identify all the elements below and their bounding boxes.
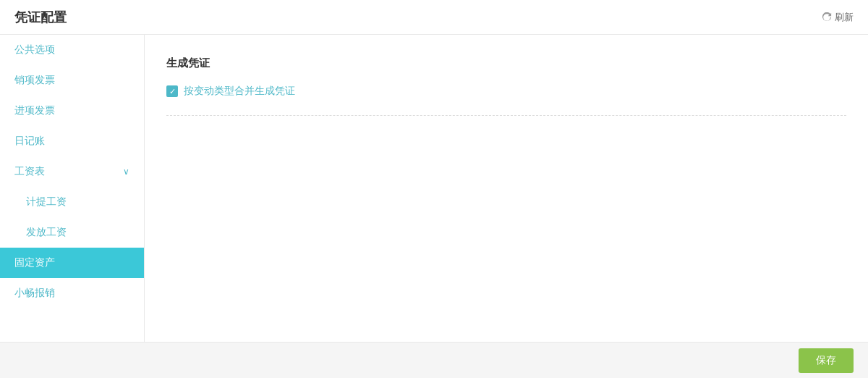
merge-checkbox[interactable] <box>166 85 178 97</box>
sidebar-item-public[interactable]: 公共选项 <box>0 35 144 65</box>
page-title: 凭证配置 <box>14 9 67 26</box>
chevron-down-icon: ∨ <box>123 167 129 177</box>
sidebar-item-expense[interactable]: 小畅报销 <box>0 278 144 308</box>
main-layout: 公共选项销项发票进项发票日记账工资表∨计提工资发放工资固定资产小畅报销 生成凭证… <box>0 35 868 342</box>
checkbox-row: 按变动类型合并生成凭证 <box>166 85 846 98</box>
sidebar-item-payroll-table[interactable]: 工资表∨ <box>0 156 144 187</box>
sidebar-label-payroll-calc: 计提工资 <box>26 196 67 209</box>
sidebar-label-fixed-assets: 固定资产 <box>14 256 55 269</box>
sidebar-label-sales-invoice: 销项发票 <box>14 74 55 87</box>
sidebar-label-purchase-invoice: 进项发票 <box>14 104 55 117</box>
content-area: 生成凭证 按变动类型合并生成凭证 <box>145 35 868 342</box>
refresh-button[interactable]: 刷新 <box>822 11 854 24</box>
sidebar-item-payroll-dist[interactable]: 发放工资 <box>0 217 144 248</box>
header: 凭证配置 刷新 <box>0 0 868 35</box>
sidebar-item-fixed-assets[interactable]: 固定资产 <box>0 248 144 278</box>
save-button[interactable]: 保存 <box>799 348 854 373</box>
sidebar-label-payroll-dist: 发放工资 <box>26 226 67 239</box>
footer: 保存 <box>0 342 868 378</box>
sidebar: 公共选项销项发票进项发票日记账工资表∨计提工资发放工资固定资产小畅报销 <box>0 35 145 342</box>
checkbox-label: 按变动类型合并生成凭证 <box>184 85 295 98</box>
sidebar-item-sales-invoice[interactable]: 销项发票 <box>0 65 144 96</box>
sidebar-label-expense: 小畅报销 <box>14 287 55 300</box>
sidebar-label-payroll-table: 工资表 <box>14 165 45 178</box>
sidebar-item-journal[interactable]: 日记账 <box>0 126 144 156</box>
sidebar-item-payroll-calc[interactable]: 计提工资 <box>0 187 144 217</box>
refresh-label: 刷新 <box>835 11 854 24</box>
section-divider <box>166 115 846 116</box>
section-title: 生成凭证 <box>166 56 846 70</box>
sidebar-label-public: 公共选项 <box>14 43 55 56</box>
sidebar-label-journal: 日记账 <box>14 135 45 148</box>
refresh-icon <box>822 12 832 22</box>
sidebar-item-purchase-invoice[interactable]: 进项发票 <box>0 96 144 126</box>
